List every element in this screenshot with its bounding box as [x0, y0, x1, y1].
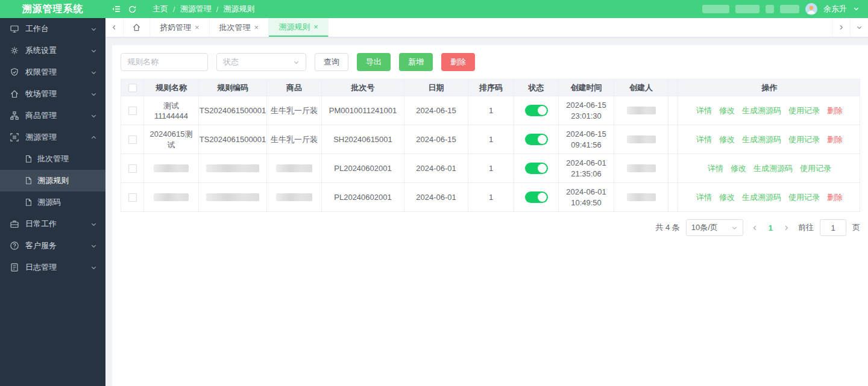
document-icon: [24, 155, 33, 163]
column-header-状态: 状态: [514, 79, 559, 96]
sidebar-subitem-批次管理[interactable]: 批次管理: [0, 148, 105, 170]
tabs-scroll-right-icon[interactable]: [832, 18, 850, 37]
action-详情[interactable]: 详情: [696, 134, 712, 145]
cell-product: [267, 154, 322, 182]
sidebar-item-日志管理[interactable]: 日志管理: [0, 257, 105, 278]
tab-批次管理[interactable]: 批次管理×: [210, 18, 269, 37]
cell-status: [514, 125, 559, 154]
action-详情[interactable]: 详情: [708, 163, 723, 174]
close-icon[interactable]: ×: [195, 23, 200, 31]
search-button[interactable]: 查询: [315, 53, 348, 71]
status-toggle[interactable]: [525, 105, 548, 116]
cell-created: 2024-06-0121:35:06: [559, 154, 614, 182]
sidebar-item-溯源管理[interactable]: 溯源管理: [0, 126, 105, 148]
sidebar-subitem-溯源码[interactable]: 溯源码: [0, 191, 105, 213]
tabs-scroll-left-icon[interactable]: [105, 18, 124, 37]
row-checkbox[interactable]: [128, 135, 137, 144]
row-checkbox[interactable]: [128, 164, 137, 173]
add-button[interactable]: 新增: [399, 53, 433, 71]
close-icon[interactable]: ×: [254, 23, 259, 31]
action-修改[interactable]: 修改: [719, 105, 735, 116]
rule-name-input[interactable]: 规则名称: [121, 53, 208, 71]
row-checkbox[interactable]: [128, 193, 137, 202]
tabbar-right: [832, 18, 868, 37]
home-tab[interactable]: [124, 18, 150, 37]
action-使用记录[interactable]: 使用记录: [788, 105, 820, 116]
status-select[interactable]: 状态: [216, 53, 306, 71]
log-icon: [10, 263, 19, 272]
total-count: 共 4 条: [655, 222, 679, 233]
sidebar-item-label: 系统设置: [25, 45, 57, 56]
tabs-menu-icon[interactable]: [850, 18, 868, 37]
action-修改[interactable]: 修改: [719, 134, 735, 145]
sidebar-item-日常工作[interactable]: 日常工作: [0, 213, 105, 235]
sidebar-subitem-溯源规则[interactable]: 溯源规则: [0, 170, 105, 191]
sidebar-item-label: 日常工作: [25, 219, 57, 229]
row-checkbox[interactable]: [128, 107, 137, 115]
page-size-select[interactable]: 10条/页: [686, 219, 743, 236]
export-button[interactable]: 导出: [357, 53, 391, 71]
column-header-gap: [668, 79, 678, 96]
action-生成溯源码[interactable]: 生成溯源码: [753, 163, 793, 174]
gear-icon: [10, 46, 19, 55]
top-header: 溯源管理系统 主页/溯源管理/溯源规则 余东升: [0, 0, 868, 18]
cell-code: TS2024061500001: [199, 125, 267, 154]
column-header-日期: 日期: [404, 79, 468, 96]
action-修改[interactable]: 修改: [719, 192, 735, 203]
header-right: 余东升: [702, 3, 868, 15]
breadcrumb-item[interactable]: 溯源规则: [223, 4, 254, 14]
action-生成溯源码[interactable]: 生成溯源码: [742, 105, 781, 116]
chevron-down-icon: [90, 91, 97, 98]
cell-status: [514, 96, 559, 125]
sidebar-item-牧场管理[interactable]: 牧场管理: [0, 83, 105, 105]
breadcrumb-item[interactable]: 主页: [153, 4, 168, 14]
action-修改[interactable]: 修改: [731, 163, 746, 174]
action-删除[interactable]: 删除: [827, 192, 843, 203]
redacted-cell: [276, 193, 312, 201]
status-toggle[interactable]: [525, 163, 548, 174]
action-使用记录[interactable]: 使用记录: [800, 163, 831, 174]
tab-挤奶管理[interactable]: 挤奶管理×: [150, 18, 210, 37]
sidebar-item-系统设置[interactable]: 系统设置: [0, 40, 105, 61]
collapse-sidebar-icon[interactable]: [112, 4, 121, 14]
username[interactable]: 余东升: [823, 4, 847, 14]
action-删除[interactable]: 删除: [827, 105, 843, 116]
action-生成溯源码[interactable]: 生成溯源码: [742, 192, 781, 203]
chevron-down-icon: [90, 264, 97, 271]
app-root: 溯源管理系统 主页/溯源管理/溯源规则 余东升 工作台系统设置权限管理牧场管理商…: [0, 0, 868, 386]
rules-table: 规则名称规则编码商品批次号日期排序码状态创建时间创建人操作测试11144444T…: [121, 79, 860, 212]
action-links: 详情修改生成溯源码使用记录删除: [696, 105, 843, 116]
sidebar: 工作台系统设置权限管理牧场管理商品管理溯源管理批次管理溯源规则溯源码日常工作客户…: [0, 18, 105, 386]
chevron-down-icon[interactable]: [853, 4, 860, 14]
action-删除[interactable]: 删除: [827, 134, 843, 145]
filter-bar: 规则名称 状态 查询 导出 新增 删除: [121, 53, 868, 71]
tab-溯源规则[interactable]: 溯源规则×: [269, 18, 329, 37]
sidebar-item-工作台[interactable]: 工作台: [0, 18, 105, 40]
action-生成溯源码[interactable]: 生成溯源码: [742, 134, 781, 145]
sidebar-item-权限管理[interactable]: 权限管理: [0, 61, 105, 83]
select-all-checkbox[interactable]: [128, 84, 137, 92]
sidebar-subitem-label: 溯源规则: [37, 175, 69, 186]
breadcrumb-item[interactable]: 溯源管理: [180, 4, 212, 14]
status-toggle[interactable]: [525, 134, 548, 145]
close-icon[interactable]: ×: [313, 23, 318, 31]
tabs-holder: 挤奶管理×批次管理×溯源规则×: [150, 18, 329, 37]
briefcase-icon: [10, 219, 19, 229]
sidebar-item-商品管理[interactable]: 商品管理: [0, 105, 105, 126]
status-toggle[interactable]: [525, 191, 548, 203]
current-page[interactable]: 1: [767, 223, 774, 232]
action-使用记录[interactable]: 使用记录: [788, 134, 820, 145]
goto-page-input[interactable]: 1: [820, 219, 846, 236]
delete-button[interactable]: 删除: [441, 53, 475, 71]
next-page-icon[interactable]: [780, 225, 792, 231]
action-详情[interactable]: 详情: [696, 192, 712, 203]
cell-code: [199, 183, 267, 211]
cell-batch: PL20240602001: [322, 183, 404, 211]
prev-page-icon[interactable]: [749, 225, 761, 231]
action-详情[interactable]: 详情: [696, 105, 712, 116]
refresh-icon[interactable]: [127, 4, 137, 14]
sidebar-item-客户服务[interactable]: 客户服务: [0, 235, 105, 257]
cell-batch: SH20240615001: [322, 125, 404, 154]
avatar[interactable]: [805, 3, 817, 15]
action-使用记录[interactable]: 使用记录: [788, 192, 820, 203]
